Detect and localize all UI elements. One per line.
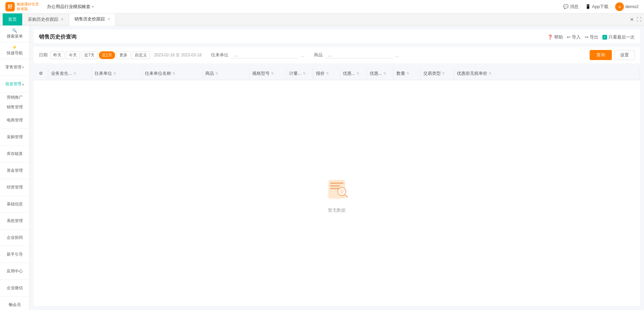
goods-input[interactable]	[325, 52, 392, 58]
unit-input[interactable]	[231, 52, 298, 58]
sidebar-item-sales-mgmt[interactable]: 销售管理	[0, 102, 29, 112]
sidebar-item-collaboration[interactable]: 企业协同	[0, 229, 29, 246]
sidebar-item-operations[interactable]: 经营管理	[0, 179, 29, 196]
help-button[interactable]: ❓ 帮助	[547, 34, 563, 40]
th-pretax[interactable]: 优惠前无税单价 ⇅	[454, 68, 640, 79]
sidebar-item-quick-nav[interactable]: ⚡ 快捷导航	[0, 42, 29, 59]
empty-icon	[320, 173, 354, 203]
sort-icon: ⇅	[303, 71, 306, 75]
tab-purchase-history[interactable]: 采购历史价跟踪 ×	[22, 13, 69, 25]
sidebar-item-basic-info[interactable]: 基础信息	[0, 196, 29, 213]
sort-icon: ⇅	[172, 71, 175, 75]
sidebar-item-finance[interactable]: 资金管理	[0, 162, 29, 179]
header-right: 💬 消息 📱 App下载 d demo2	[563, 2, 639, 11]
date-btn-custom[interactable]: 自定义	[132, 51, 150, 59]
sidebar-item-wholesale[interactable]: 批发管理 ▴	[0, 76, 29, 93]
tab-bar: 首页 采购历史价跟踪 × 销售历史价跟踪 × ✕ ⛶	[0, 13, 644, 25]
logo-icon: 好	[5, 2, 15, 11]
unit-input-dots[interactable]: ...	[301, 53, 305, 58]
th-qty[interactable]: 数量 ⇅	[394, 68, 421, 79]
download-icon: 📱	[585, 4, 591, 9]
header-selector[interactable]: 办公用品行业模拟账套 ▾	[47, 4, 94, 10]
th-goods[interactable]: 商品 ⇅	[203, 68, 250, 79]
sort-icon: ⇅	[357, 71, 359, 75]
page-container: 销售历史价查询 ❓ 帮助 ↩ 导入 ↪ 导出 ✓	[30, 25, 644, 310]
close-tab-button[interactable]: ✕	[630, 17, 634, 22]
date-btn-1month[interactable]: 近1月	[99, 51, 115, 59]
th-discount1[interactable]: 优惠... ⇅	[340, 68, 367, 79]
filter-row: 日期 昨天 今天 近7天 近1月 更多 自定义 2023-02-18 至 202…	[39, 50, 635, 60]
table-container: ⚙ 业务发生... ⇅ 往来单位 ⇅ 往来单位名称 ⇅	[34, 67, 640, 306]
gear-icon: ⚙	[39, 71, 43, 76]
chevron-down-icon: ▾	[22, 65, 24, 69]
last-only-checkbox[interactable]: ✓ 只看最后一次	[602, 34, 635, 40]
sidebar-item-purchase[interactable]: 采购管理	[0, 129, 29, 146]
th-discount2[interactable]: 优惠... ⇅	[367, 68, 394, 79]
th-unit-name[interactable]: 往来单位名称 ⇅	[142, 68, 203, 79]
tab-sales-history[interactable]: 销售历史价跟踪 ×	[69, 13, 116, 25]
close-icon[interactable]: ×	[108, 17, 110, 21]
export-button[interactable]: ↪ 导出	[585, 34, 598, 40]
logo-text: 畅捷通好生意 标准版	[17, 2, 39, 11]
message-icon: 💬	[563, 4, 569, 9]
sidebar-item-member[interactable]: 畅会员	[0, 297, 29, 310]
main-layout: 🔍 搜索菜单 ⚡ 快捷导航 零售管理 ▾ 批发管理 ▴ 营销推广 销售管理 电商…	[0, 25, 644, 310]
date-btn-7days[interactable]: 近7天	[81, 51, 98, 59]
page-header: 销售历史价查询 ❓ 帮助 ↩ 导入 ↪ 导出 ✓	[34, 30, 640, 43]
sidebar-item-newbie[interactable]: 新手引导	[0, 246, 29, 263]
query-button[interactable]: 查询	[590, 50, 612, 60]
th-spec[interactable]: 规格型号 ⇅	[250, 68, 286, 79]
top-header: 好 畅捷通好生意 标准版 办公用品行业模拟账套 ▾ 💬 消息 📱 App下载 d…	[0, 0, 644, 13]
th-gear[interactable]: ⚙	[34, 68, 48, 79]
sort-icon: ⇅	[113, 71, 116, 75]
chevron-down-icon: ▾	[92, 5, 94, 8]
message-button[interactable]: 💬 消息	[563, 4, 579, 10]
th-quote[interactable]: 报价 ⇅	[313, 68, 340, 79]
date-btn-more[interactable]: 更多	[116, 51, 130, 59]
th-trade[interactable]: 交易类型 ⇅	[421, 68, 454, 79]
sidebar-item-ecommerce[interactable]: 电商管理	[0, 112, 29, 129]
logo-area: 好 畅捷通好生意 标准版	[5, 2, 39, 11]
sort-icon: ⇅	[383, 71, 386, 75]
sidebar-item-system[interactable]: 系统管理	[0, 213, 29, 229]
sidebar-item-marketing[interactable]: 营销推广	[0, 93, 29, 102]
date-buttons: 昨天 今天 近7天 近1月 更多 自定义	[50, 51, 150, 59]
filter-actions: 查询 设置	[590, 50, 635, 60]
th-unit-code[interactable]: 往来单位 ⇅	[92, 68, 142, 79]
sidebar-item-search[interactable]: 🔍 搜索菜单	[0, 25, 29, 42]
sort-icon: ⇅	[407, 71, 409, 75]
goods-input-dots[interactable]: ...	[395, 53, 399, 58]
maximize-button[interactable]: ⛶	[637, 17, 641, 22]
tab-home[interactable]: 首页	[3, 13, 22, 25]
tab-bar-controls: ✕ ⛶	[630, 17, 641, 22]
th-calc[interactable]: 计量... ⇅	[286, 68, 313, 79]
page-title: 销售历史价查询	[39, 34, 76, 41]
avatar: d	[615, 2, 624, 11]
th-date[interactable]: 业务发生... ⇅	[48, 68, 92, 79]
sidebar-item-retail[interactable]: 零售管理 ▾	[0, 59, 29, 76]
user-profile[interactable]: d demo2	[615, 2, 639, 11]
import-icon: ↩	[567, 35, 571, 40]
sidebar-item-enterprise-wechat[interactable]: 企业微信	[0, 280, 29, 297]
table-header: ⚙ 业务发生... ⇅ 往来单位 ⇅ 往来单位名称 ⇅	[34, 67, 640, 80]
sort-icon: ⇅	[442, 71, 445, 75]
sidebar-item-app-center[interactable]: 应用中心	[0, 263, 29, 280]
close-icon[interactable]: ×	[61, 17, 63, 22]
date-range: 2023-02-18 至 2023-03-18	[154, 52, 201, 58]
sort-icon: ⇅	[489, 71, 491, 75]
search-icon: 🔍	[12, 28, 17, 33]
sidebar: 🔍 搜索菜单 ⚡ 快捷导航 零售管理 ▾ 批发管理 ▴ 营销推广 销售管理 电商…	[0, 25, 30, 310]
sort-icon: ⇅	[73, 71, 76, 75]
sidebar-item-inventory[interactable]: 库存核算	[0, 146, 29, 162]
nav-icon: ⚡	[12, 45, 17, 50]
app-download-button[interactable]: 📱 App下载	[585, 4, 608, 10]
import-button[interactable]: ↩ 导入	[567, 34, 581, 40]
date-btn-today[interactable]: 今天	[66, 51, 80, 59]
date-btn-yesterday[interactable]: 昨天	[50, 51, 64, 59]
sort-icon: ⇅	[215, 71, 218, 75]
svg-rect-3	[330, 185, 340, 187]
header-left: 好 畅捷通好生意 标准版 办公用品行业模拟账套 ▾	[5, 2, 94, 11]
goods-label: 商品	[314, 52, 323, 58]
setting-button[interactable]: 设置	[614, 50, 635, 60]
checkbox-icon: ✓	[602, 35, 607, 40]
